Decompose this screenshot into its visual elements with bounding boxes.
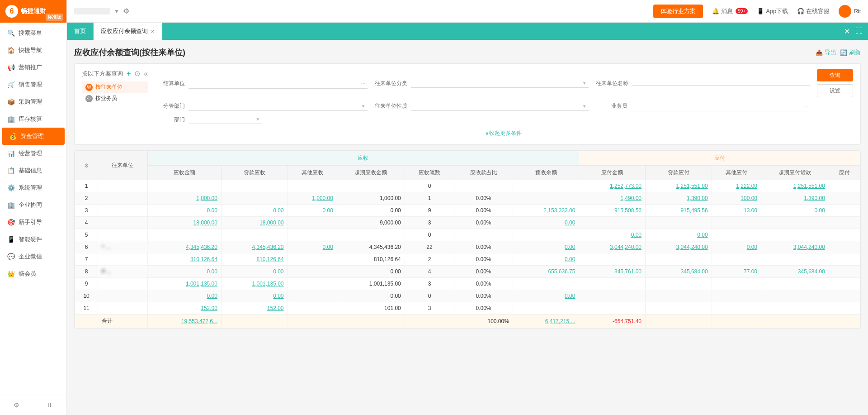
sidebar-item-basic-info[interactable]: 📋 基础信息 xyxy=(0,162,66,179)
cell-ar-other[interactable]: 1,000.00 xyxy=(288,192,337,205)
sidebar-item-guide[interactable]: 🎯 新手引导 xyxy=(0,214,66,231)
cell-ar-amount[interactable]: 1,000.00 xyxy=(147,192,221,205)
cell-ar-amount[interactable]: 0.00 xyxy=(147,266,221,278)
cell-ar-loan[interactable]: 152.00 xyxy=(221,302,288,315)
sidebar-item-inventory[interactable]: 🏢 库存核算 xyxy=(0,110,66,128)
cell-ap-loan[interactable]: 1,390.00 xyxy=(646,192,712,205)
cell-ar-prepaid[interactable]: 2,153,333.00 xyxy=(513,205,579,217)
cell-ar-prepaid[interactable]: 0.00 xyxy=(513,253,579,266)
cell-ar-loan[interactable]: 1,001,135.00 xyxy=(221,278,288,290)
cell-ar-amount[interactable]: 4,345,436.20 xyxy=(147,241,221,253)
cell-ap-overdue[interactable]: 1,251,551.00 xyxy=(761,180,829,192)
sidebar-settings-btn[interactable]: ⚙ xyxy=(10,400,23,410)
unit-nature-input[interactable]: ▼ xyxy=(411,102,589,111)
cell-ap-loan[interactable]: 345,684.00 xyxy=(646,266,712,278)
department-input[interactable]: ▼ xyxy=(189,115,262,124)
chevron-down-icon[interactable]: ▼ xyxy=(114,8,119,14)
dept-input[interactable]: ▼ xyxy=(189,102,367,111)
search-add-btn[interactable]: + xyxy=(127,70,131,78)
cell-ap-overdue[interactable]: 0.00 xyxy=(761,205,829,217)
cell-ar-amount[interactable]: 18,000.00 xyxy=(147,217,221,229)
th-settings[interactable]: ⚙ xyxy=(75,151,98,180)
collapse-btn[interactable]: ∧ 收起更多条件 xyxy=(153,128,853,139)
sidebar-item-member[interactable]: 👑 畅会员 xyxy=(0,265,66,282)
tab-home[interactable]: 首页 xyxy=(67,23,94,40)
cell-ap-loan[interactable]: 3,044,240.00 xyxy=(646,241,712,253)
cell-ar-loan[interactable]: 4,345,436.20 xyxy=(221,241,288,253)
cell-ap-other[interactable]: 77.00 xyxy=(712,266,761,278)
export-button[interactable]: 📤 导出 xyxy=(816,48,836,57)
promo-button[interactable]: 体验行业方案 xyxy=(653,5,703,18)
sidebar-item-search[interactable]: 🔍 搜索菜单 xyxy=(0,24,66,42)
cell-ar-amount[interactable]: 0.00 xyxy=(147,205,221,217)
cell-ar-other[interactable]: 0.00 xyxy=(288,205,337,217)
cell-ap-other[interactable]: 0.00 xyxy=(712,241,761,253)
scheme-item-by-unit[interactable]: W 按往来单位 xyxy=(82,81,148,93)
cell-ar-prepaid[interactable]: 655,636.75 xyxy=(513,266,579,278)
user-avatar-box[interactable]: Rit xyxy=(839,5,861,18)
gear-icon[interactable]: ⚙ xyxy=(123,7,129,15)
cell-ar-amount[interactable]: 1,001,135.00 xyxy=(147,278,221,290)
sidebar-item-marketing[interactable]: 📢 营销推广 xyxy=(0,59,66,76)
sidebar-item-finance[interactable]: 💰 资金管理 xyxy=(2,128,65,145)
cell-ap-amount[interactable]: 915,508.56 xyxy=(579,205,646,217)
tab-close-window-icon[interactable]: ✕ xyxy=(844,27,850,36)
sidebar-item-sales[interactable]: 🛒 销售管理 xyxy=(0,76,66,93)
sidebar-item-system[interactable]: ⚙️ 系统管理 xyxy=(0,179,66,196)
sidebar-item-wechat[interactable]: 💬 企业微信 xyxy=(0,248,66,265)
cell-ar-amount[interactable]: 0.00 xyxy=(147,290,221,302)
online-service-btn[interactable]: 🎧 在线客服 xyxy=(797,7,830,15)
sidebar-item-purchase[interactable]: 📦 采购管理 xyxy=(0,93,66,110)
cell-ap-other[interactable]: 100.00 xyxy=(712,192,761,205)
search-expand-btn[interactable]: « xyxy=(144,70,148,78)
settings-button[interactable]: 设置 xyxy=(817,84,853,97)
query-button[interactable]: 查询 xyxy=(817,69,853,81)
department-label: 部门 xyxy=(153,116,185,124)
cell-ap-amount[interactable]: 345,761.00 xyxy=(579,266,646,278)
salesman-input[interactable]: ··· xyxy=(631,101,810,111)
cell-ap-overdue[interactable]: 1,390.00 xyxy=(761,192,829,205)
cell-ar-loan[interactable]: 0.00 xyxy=(221,266,288,278)
footer-ar-amount[interactable]: 19,553,472,6... xyxy=(147,315,221,328)
sidebar-item-enterprise[interactable]: 🏢 企业协同 xyxy=(0,196,66,214)
app-icon: 📱 xyxy=(757,8,764,14)
app-download-btn[interactable]: 📱 App下载 xyxy=(757,7,788,15)
sidebar-item-hardware[interactable]: 📱 智能硬件 xyxy=(0,231,66,248)
cell-ar-loan[interactable]: 18,000.00 xyxy=(221,217,288,229)
tab-close-icon[interactable]: ✕ xyxy=(151,29,155,34)
unit-category-input[interactable]: ▼ xyxy=(411,79,589,88)
scheme-item-by-staff[interactable]: ⏱ 按业务员 xyxy=(82,93,148,104)
tab-ar-ap[interactable]: 应收应付余额查询 ✕ xyxy=(94,23,162,40)
cell-ar-loan[interactable]: 810,126.64 xyxy=(221,253,288,266)
tab-maximize-icon[interactable]: ⛶ xyxy=(855,27,863,35)
cell-ap-amount[interactable]: 3,044,240.00 xyxy=(579,241,646,253)
cell-ar-prepaid[interactable]: 0.00 xyxy=(513,290,579,302)
sidebar-collapse-btn[interactable]: ⏸ xyxy=(43,400,57,410)
cell-ar-loan[interactable]: 0.00 xyxy=(221,205,288,217)
unit-name-input[interactable] xyxy=(632,81,810,86)
cell-ap-loan[interactable]: 1,251,551.00 xyxy=(646,180,712,192)
cell-ap-amount[interactable]: 1,490.00 xyxy=(579,192,646,205)
sidebar-item-operations[interactable]: 📊 经营管理 xyxy=(0,145,66,162)
footer-ar-prepaid[interactable]: 6,417,215.... xyxy=(513,315,579,328)
cell-ap-loan[interactable]: 0.00 xyxy=(646,229,712,241)
sidebar-item-quick-nav[interactable]: 🏠 快捷导航 xyxy=(0,42,66,59)
cell-ar-other[interactable]: 0.00 xyxy=(288,241,337,253)
cell-ap-loan[interactable]: 915,495.56 xyxy=(646,205,712,217)
cell-ap-other[interactable]: 1,222.00 xyxy=(712,180,761,192)
cell-ar-prepaid[interactable]: 0.00 xyxy=(513,217,579,229)
cell-ap-overdue[interactable]: 345,684.00 xyxy=(761,266,829,278)
cell-ar-prepaid[interactable]: 0.00 xyxy=(513,241,579,253)
cell-ar-amount[interactable]: 810,126.64 xyxy=(147,253,221,266)
cell-ap-overdue[interactable]: 3,044,240.00 xyxy=(761,241,829,253)
settlement-input[interactable]: ··· xyxy=(189,78,367,89)
cell-ap-amount[interactable]: 0.00 xyxy=(579,229,646,241)
refresh-button[interactable]: 🔄 刷新 xyxy=(840,48,861,57)
cell-ap-amount[interactable]: 1,252,773.00 xyxy=(579,180,646,192)
cell-ar-amount[interactable]: 152.00 xyxy=(147,302,221,315)
notification-btn[interactable]: 🔔 消息 99+ xyxy=(712,7,748,15)
search-settings-btn[interactable]: ⊙ xyxy=(134,69,140,78)
cell-ap-other[interactable]: 13.00 xyxy=(712,205,761,217)
breadcrumb-blurred xyxy=(74,8,110,14)
cell-ar-loan[interactable]: 0.00 xyxy=(221,290,288,302)
